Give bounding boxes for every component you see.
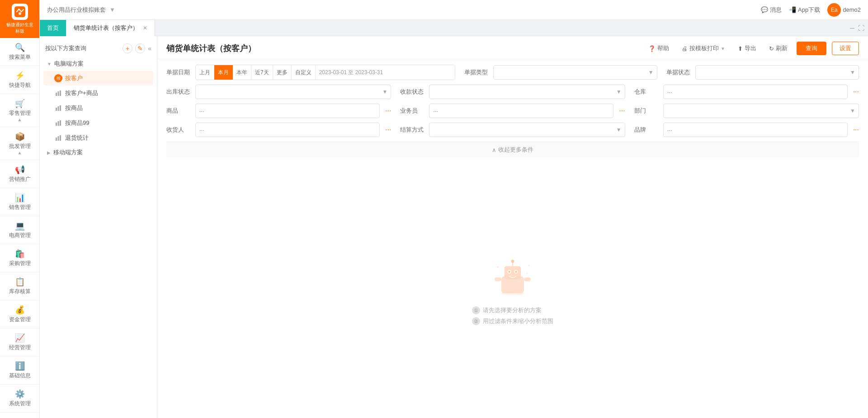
export-label: 导出	[745, 44, 756, 52]
logo-icon	[12, 4, 28, 20]
right-panel: 销货单统计表（按客户） ❓ 帮助 🖨 按模板打印 ▼ ⬆ 导出	[157, 36, 868, 418]
sidebar-item-marketing[interactable]: 📢 营销推广	[0, 160, 39, 188]
by-customer-icon: 按	[54, 74, 62, 82]
svg-rect-3	[58, 91, 59, 96]
panel-title: 按以下方案查询	[45, 44, 86, 52]
settlement-select[interactable]	[429, 123, 625, 137]
app-subtitle: 标版	[15, 28, 24, 34]
this-month-btn[interactable]: 本月	[214, 65, 233, 80]
sidebar-item-inventory[interactable]: 📋 库存核算	[0, 272, 39, 300]
brand-input[interactable]	[663, 123, 848, 137]
tab-home[interactable]: 首页	[40, 20, 66, 36]
by-customer-product-label: 按客户+商品	[65, 89, 98, 97]
sidebar-item-retail[interactable]: 🛒 零售管理 ▲	[0, 94, 39, 127]
svg-rect-9	[58, 121, 59, 126]
tree-item-by-product[interactable]: 按商品	[43, 101, 153, 115]
this-year-btn[interactable]: 本年	[233, 65, 251, 80]
collapse-panel-btn[interactable]: «	[148, 45, 151, 52]
pc-section-label: 电脑端方案	[54, 60, 84, 68]
department-select[interactable]	[663, 104, 859, 118]
sidebar-item-system[interactable]: ⚙️ 系统管理	[0, 385, 39, 413]
sidebar-item-enterprise[interactable]: 🤝 企业协同	[0, 413, 39, 418]
pc-section-title[interactable]: ▼ 电脑端方案	[43, 57, 153, 71]
empty-tip-1: ① 请先选择要分析的方案	[472, 306, 553, 314]
mobile-section-label: 移动端方案	[53, 148, 83, 157]
by-product-label: 按商品	[65, 104, 83, 112]
last-7-days-btn[interactable]: 近7天	[251, 65, 273, 80]
return-stats-label: 退货统计	[65, 134, 89, 142]
custom-btn[interactable]: 自定义	[292, 65, 316, 80]
collapse-filters-btn[interactable]: ∧ 收起更多条件	[166, 142, 859, 157]
sales-icon: 📊	[15, 193, 25, 203]
empty-illustration: ✦ ✦ ✦	[490, 256, 535, 301]
tab-sales-stats[interactable]: 销货单统计表（按客户） ✕	[66, 20, 155, 36]
sidebar-item-basic-info[interactable]: ℹ️ 基础信息	[0, 356, 39, 385]
collection-status-label: 收款状态	[400, 88, 425, 96]
out-status-select[interactable]	[195, 85, 391, 99]
mobile-arrow-icon: ▶	[47, 150, 51, 155]
avatar: Ea	[827, 3, 841, 17]
marketing-icon: 📢	[15, 165, 25, 175]
refresh-btn[interactable]: ↻ 刷新	[765, 43, 791, 54]
settings-btn[interactable]: 设置	[832, 42, 859, 55]
svg-rect-21	[495, 277, 501, 281]
salesperson-input[interactable]	[429, 104, 613, 118]
svg-rect-11	[56, 138, 57, 141]
export-btn[interactable]: ⬆ 导出	[734, 43, 760, 54]
tab-close-icon[interactable]: ✕	[143, 25, 147, 31]
salesperson-ellipsis-btn[interactable]: ···	[619, 107, 625, 115]
settlement-select-wrapper: ▼	[429, 123, 625, 137]
warehouse-input[interactable]	[663, 85, 848, 99]
more-btn[interactable]: 更多	[273, 65, 292, 80]
mobile-section-title[interactable]: ▶ 移动端方案	[43, 146, 153, 159]
sidebar-item-label: 基础信息	[9, 372, 31, 380]
tree-item-by-product-99[interactable]: 按商品99	[43, 116, 153, 130]
tip-num-1: ①	[472, 306, 480, 314]
date-filter: 上月 本月 本年 近7天 更多 自定义 2023-03-01 至 2023-03…	[195, 65, 455, 80]
message-btn[interactable]: 💬 消息	[761, 6, 782, 14]
warehouse-ellipsis-btn[interactable]: ···	[853, 88, 859, 96]
tab-maximize-icon[interactable]: ⛶	[858, 24, 864, 32]
svg-rect-2	[56, 93, 57, 96]
add-scheme-btn[interactable]: +	[123, 43, 132, 53]
sidebar-item-operations[interactable]: 📈 经营管理	[0, 328, 39, 356]
collection-status-select[interactable]	[429, 85, 625, 99]
sidebar-item-quick-nav[interactable]: ⚡ 快捷导航	[0, 66, 39, 94]
template-print-btn[interactable]: 🖨 按模板打印 ▼	[678, 43, 729, 54]
sidebar-item-sales[interactable]: 📊 销售管理	[0, 188, 39, 216]
breadcrumb-arrow-icon[interactable]: ▼	[109, 6, 115, 13]
edit-scheme-btn[interactable]: ✎	[135, 43, 145, 53]
product-input[interactable]	[195, 104, 380, 118]
svg-point-20	[515, 271, 517, 273]
tree-item-by-customer[interactable]: 按 按客户	[43, 71, 153, 86]
svg-rect-16	[505, 266, 521, 279]
query-btn[interactable]: 查询	[797, 42, 826, 55]
brand-ellipsis-btn[interactable]: ···	[853, 126, 859, 134]
product-ellipsis-btn[interactable]: ···	[385, 107, 391, 115]
ecommerce-icon: 💻	[15, 221, 25, 231]
recipient-input[interactable]	[195, 123, 380, 137]
sidebar-item-finance[interactable]: 💰 资金管理	[0, 300, 39, 328]
svg-rect-10	[60, 120, 61, 126]
doc-type-select[interactable]	[493, 65, 657, 80]
user-menu-btn[interactable]: Ea demo2	[827, 3, 861, 17]
recipient-ellipsis-btn[interactable]: ···	[385, 126, 391, 134]
settlement-label: 结算方式	[400, 126, 425, 134]
help-btn[interactable]: ❓ 帮助	[645, 43, 673, 54]
app-download-label: App下载	[798, 6, 820, 14]
doc-status-select[interactable]	[695, 65, 859, 80]
app-download-btn[interactable]: 📲 App下载	[789, 6, 820, 14]
inventory-icon: 📋	[15, 277, 25, 287]
sidebar-item-ecommerce[interactable]: 💻 电商管理	[0, 216, 39, 244]
tab-minimize-icon[interactable]: ─	[850, 24, 854, 32]
print-icon: 🖨	[682, 45, 688, 52]
tree-item-return-stats[interactable]: 退货统计	[43, 131, 153, 145]
system-icon: ⚙️	[15, 389, 25, 399]
sidebar-item-wholesale[interactable]: 📦 批发管理 ▲	[0, 127, 39, 160]
last-month-btn[interactable]: 上月	[196, 65, 214, 80]
tree-item-by-customer-product[interactable]: 按客户+商品	[43, 86, 153, 100]
sidebar-item-search[interactable]: 🔍 搜索菜单	[0, 38, 39, 66]
filter-brand: 品牌 ···	[625, 123, 859, 137]
breadcrumb: 办公用品行业模拟账套 ▼	[47, 6, 115, 14]
sidebar-item-procurement[interactable]: 🛍️ 采购管理	[0, 244, 39, 272]
